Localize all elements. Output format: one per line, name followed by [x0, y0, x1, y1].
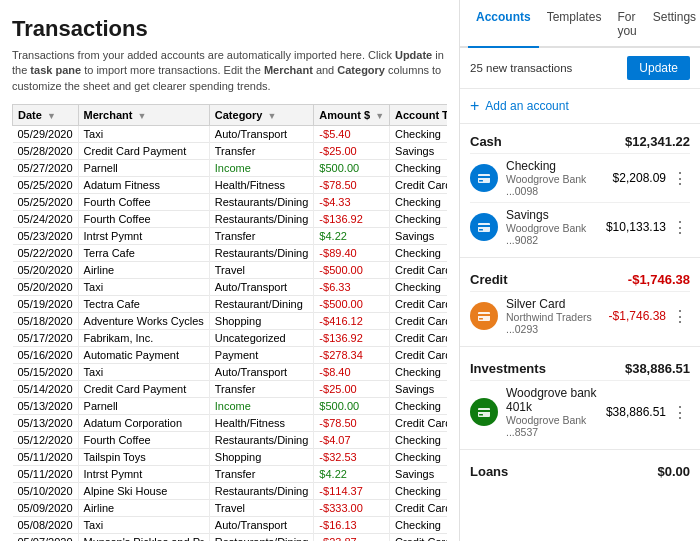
table-row: 05/28/2020Credit Card PaymentTransfer-$2…: [13, 143, 448, 160]
cell-merchant[interactable]: Tailspin Toys: [78, 449, 209, 466]
cell-merchant[interactable]: Taxi: [78, 364, 209, 381]
cell-date: 05/11/2020: [13, 466, 79, 483]
col-merchant[interactable]: Merchant ▼: [78, 105, 209, 126]
col-date[interactable]: Date ▼: [13, 105, 79, 126]
account-menu-icon[interactable]: ⋮: [670, 218, 690, 237]
table-row: 05/13/2020Adatum CorporationHealth/Fitne…: [13, 415, 448, 432]
cell-category[interactable]: Travel: [209, 500, 314, 517]
cell-category[interactable]: Health/Fitness: [209, 415, 314, 432]
add-account-button[interactable]: + Add an account: [460, 89, 700, 124]
cell-merchant[interactable]: Adatum Corporation: [78, 415, 209, 432]
cell-category[interactable]: Transfer: [209, 381, 314, 398]
cell-merchant[interactable]: Credit Card Payment: [78, 381, 209, 398]
cell-category[interactable]: Restaurants/Dining: [209, 483, 314, 500]
cell-date: 05/09/2020: [13, 500, 79, 517]
cell-merchant[interactable]: Parnell: [78, 398, 209, 415]
cell-merchant[interactable]: Airline: [78, 262, 209, 279]
cell-merchant[interactable]: Adatum Fitness: [78, 177, 209, 194]
section-divider: [460, 257, 700, 258]
col-category[interactable]: Category ▼: [209, 105, 314, 126]
cell-date: 05/11/2020: [13, 449, 79, 466]
cell-amount: -$25.00: [314, 381, 390, 398]
cell-category[interactable]: Shopping: [209, 313, 314, 330]
cell-category[interactable]: Auto/Transport: [209, 126, 314, 143]
account-menu-icon[interactable]: ⋮: [670, 307, 690, 326]
table-row: 05/11/2020Intrst PymntTransfer$4.22Savin…: [13, 466, 448, 483]
cell-merchant[interactable]: Tectra Cafe: [78, 296, 209, 313]
cell-category[interactable]: Restaurants/Dining: [209, 211, 314, 228]
cell-category[interactable]: Income: [209, 160, 314, 177]
tab-settings[interactable]: Settings: [645, 0, 700, 48]
cell-account-type: Savings: [390, 143, 447, 160]
cell-merchant[interactable]: Terra Cafe: [78, 245, 209, 262]
cell-date: 05/08/2020: [13, 517, 79, 534]
cell-merchant[interactable]: Automatic Payment: [78, 347, 209, 364]
cell-merchant[interactable]: Taxi: [78, 279, 209, 296]
cell-category[interactable]: Restaurant/Dining: [209, 296, 314, 313]
cell-category[interactable]: Auto/Transport: [209, 364, 314, 381]
col-amount[interactable]: Amount $ ▼: [314, 105, 390, 126]
cell-merchant[interactable]: Intrst Pymnt: [78, 466, 209, 483]
cell-merchant[interactable]: Fourth Coffee: [78, 211, 209, 228]
table-row: 05/12/2020Fourth CoffeeRestaurants/Dinin…: [13, 432, 448, 449]
section-divider: [460, 449, 700, 450]
cell-category[interactable]: Transfer: [209, 228, 314, 245]
cell-category[interactable]: Restaurants/Dining: [209, 534, 314, 541]
cell-merchant[interactable]: Taxi: [78, 126, 209, 143]
new-transactions-count: 25 new transactions: [470, 62, 572, 74]
cell-merchant[interactable]: Fabrikam, Inc.: [78, 330, 209, 347]
cell-category[interactable]: Health/Fitness: [209, 177, 314, 194]
cell-category[interactable]: Travel: [209, 262, 314, 279]
cell-merchant[interactable]: Intrst Pymnt: [78, 228, 209, 245]
svg-rect-10: [478, 410, 490, 412]
tab-accounts[interactable]: Accounts: [468, 0, 539, 48]
cell-category[interactable]: Auto/Transport: [209, 279, 314, 296]
cell-category[interactable]: Transfer: [209, 143, 314, 160]
cell-account-type: Savings: [390, 466, 447, 483]
account-name: Silver Card: [506, 297, 609, 311]
page-description: Transactions from your added accounts ar…: [12, 48, 447, 94]
account-amount: $38,886.51: [606, 405, 666, 419]
cell-category[interactable]: Uncategorized: [209, 330, 314, 347]
account-info: CheckingWoodgrove Bank ...0098: [506, 159, 613, 197]
account-menu-icon[interactable]: ⋮: [670, 403, 690, 422]
cell-merchant[interactable]: Credit Card Payment: [78, 143, 209, 160]
cell-date: 05/19/2020: [13, 296, 79, 313]
cell-amount: -$5.40: [314, 126, 390, 143]
cell-merchant[interactable]: Airline: [78, 500, 209, 517]
account-menu-icon[interactable]: ⋮: [670, 169, 690, 188]
cell-category[interactable]: Auto/Transport: [209, 517, 314, 534]
section-header-investments: Investments$38,886.51: [470, 357, 690, 380]
section-header-cash: Cash$12,341.22: [470, 130, 690, 153]
update-button[interactable]: Update: [627, 56, 690, 80]
cell-category[interactable]: Restaurants/Dining: [209, 432, 314, 449]
account-info: Silver CardNorthwind Traders ...0293: [506, 297, 609, 335]
cell-merchant[interactable]: Alpine Ski House: [78, 483, 209, 500]
cell-merchant[interactable]: Taxi: [78, 517, 209, 534]
tab-templates[interactable]: Templates: [539, 0, 610, 48]
account-sub: Woodgrove Bank ...9082: [506, 222, 606, 246]
cell-amount: -$4.33: [314, 194, 390, 211]
account-section-cash: Cash$12,341.22 CheckingWoodgrove Bank ..…: [460, 124, 700, 253]
cell-merchant[interactable]: Fourth Coffee: [78, 432, 209, 449]
cell-merchant[interactable]: Parnell: [78, 160, 209, 177]
cell-category[interactable]: Income: [209, 398, 314, 415]
cell-date: 05/16/2020: [13, 347, 79, 364]
account-amount: $10,133.13: [606, 220, 666, 234]
cell-merchant[interactable]: Fourth Coffee: [78, 194, 209, 211]
col-account-type[interactable]: Account Type: [390, 105, 447, 126]
cell-merchant[interactable]: Munson's Pickles and Pr: [78, 534, 209, 541]
cell-category[interactable]: Payment: [209, 347, 314, 364]
cell-category[interactable]: Restaurants/Dining: [209, 245, 314, 262]
table-row: 05/25/2020Adatum FitnessHealth/Fitness-$…: [13, 177, 448, 194]
svg-rect-4: [478, 225, 490, 227]
cell-category[interactable]: Restaurants/Dining: [209, 194, 314, 211]
cell-category[interactable]: Transfer: [209, 466, 314, 483]
cell-category[interactable]: Shopping: [209, 449, 314, 466]
table-row: 05/15/2020TaxiAuto/Transport-$8.40Checki…: [13, 364, 448, 381]
svg-rect-0: [478, 174, 490, 183]
cell-merchant[interactable]: Adventure Works Cycles: [78, 313, 209, 330]
cell-amount: -$114.37: [314, 483, 390, 500]
tab-for-you[interactable]: For you: [609, 0, 644, 48]
account-name: Checking: [506, 159, 613, 173]
